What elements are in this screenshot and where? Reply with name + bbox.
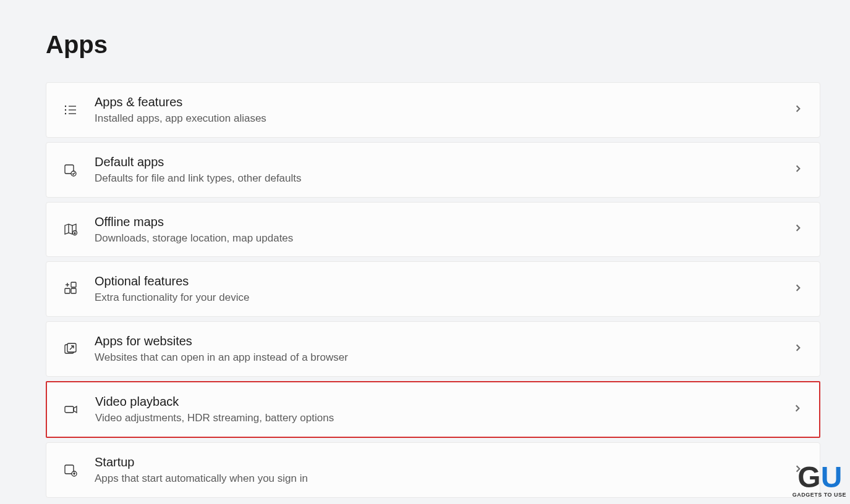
svg-rect-11	[65, 288, 70, 293]
chevron-right-icon	[794, 104, 805, 116]
setting-desc: Websites that can open in an app instead…	[95, 350, 794, 365]
watermark-g: G	[797, 465, 819, 490]
setting-optional-features[interactable]: Optional features Extra functionality fo…	[46, 261, 820, 317]
setting-title: Offline maps	[95, 214, 794, 230]
setting-desc: Installed apps, app execution aliases	[95, 111, 794, 126]
setting-apps-features[interactable]: Apps & features Installed apps, app exec…	[46, 82, 820, 138]
svg-point-1	[65, 109, 66, 111]
setting-title: Apps & features	[95, 94, 794, 110]
watermark-u: U	[821, 465, 841, 490]
default-apps-icon	[62, 162, 79, 178]
chevron-right-icon	[794, 343, 805, 355]
setting-offline-maps[interactable]: Offline maps Downloads, storage location…	[46, 202, 820, 258]
svg-rect-12	[71, 288, 76, 293]
setting-desc: Downloads, storage location, map updates	[95, 231, 794, 246]
svg-point-0	[65, 106, 66, 107]
optional-features-icon	[62, 281, 79, 297]
chevron-right-icon	[794, 164, 805, 175]
watermark-text: GADGETS TO USE	[793, 492, 846, 498]
settings-list: Apps & features Installed apps, app exec…	[46, 82, 820, 498]
watermark-logo: G U GADGETS TO USE	[793, 465, 846, 498]
apps-websites-icon	[62, 341, 79, 357]
setting-title: Optional features	[95, 273, 794, 289]
setting-title: Video playback	[95, 393, 793, 410]
apps-list-icon	[62, 102, 79, 118]
setting-startup[interactable]: Startup Apps that start automatically wh…	[46, 442, 820, 498]
chevron-right-icon	[793, 404, 804, 415]
chevron-right-icon	[794, 224, 805, 235]
setting-desc: Apps that start automatically when you s…	[95, 471, 794, 486]
setting-default-apps[interactable]: Default apps Defaults for file and link …	[46, 142, 820, 198]
setting-title: Startup	[95, 454, 794, 470]
chevron-right-icon	[794, 284, 805, 295]
page-title: Apps	[46, 31, 820, 59]
setting-desc: Extra functionality for your device	[95, 290, 794, 305]
video-icon	[63, 401, 79, 418]
setting-desc: Video adjustments, HDR streaming, batter…	[95, 411, 793, 426]
svg-rect-18	[65, 406, 74, 413]
setting-title: Default apps	[95, 154, 794, 170]
setting-video-playback[interactable]: Video playback Video adjustments, HDR st…	[46, 381, 820, 438]
svg-rect-13	[71, 282, 76, 287]
startup-icon	[62, 462, 79, 478]
setting-title: Apps for websites	[95, 333, 794, 349]
map-icon	[62, 221, 79, 237]
svg-point-2	[65, 113, 66, 114]
setting-desc: Defaults for file and link types, other …	[95, 171, 794, 186]
setting-apps-websites[interactable]: Apps for websites Websites that can open…	[46, 321, 820, 377]
